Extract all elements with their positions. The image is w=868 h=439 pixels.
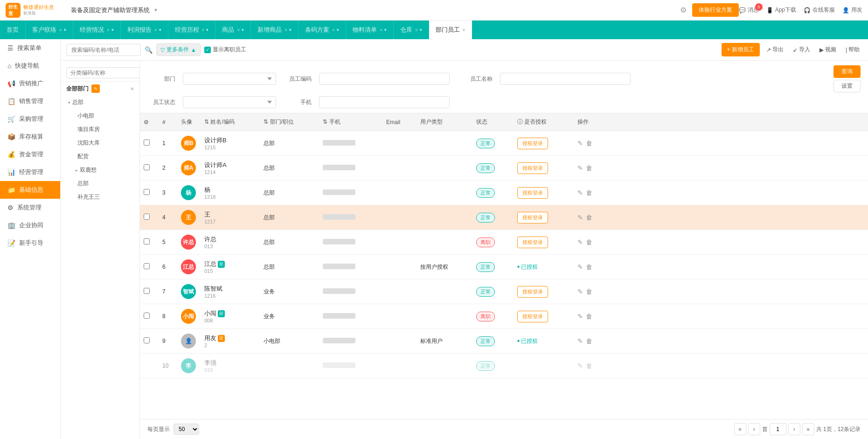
row-checkbox[interactable] <box>144 337 150 343</box>
user-btn[interactable]: 👤 用友 <box>842 6 862 14</box>
delete-icon[interactable]: 🗑 <box>586 362 592 369</box>
auth-login-btn[interactable]: 授权登录 <box>517 237 548 248</box>
nav-tab-经营情况[interactable]: 经营情况×▾ <box>73 21 121 39</box>
edit-icon[interactable]: ✎ <box>577 238 583 246</box>
emp-name-input[interactable] <box>500 73 631 85</box>
help-btn[interactable]: | 帮助 <box>843 44 862 56</box>
resigned-checkbox[interactable]: ✓ <box>204 47 211 53</box>
tab-close-icon[interactable]: × <box>59 28 62 33</box>
tab-close-icon[interactable]: × <box>380 28 382 33</box>
delete-icon[interactable]: 🗑 <box>586 164 592 172</box>
delete-icon[interactable]: 🗑 <box>586 288 592 295</box>
nav-tab-利润报告[interactable]: 利润报告×▾ <box>121 21 168 39</box>
auth-login-btn[interactable]: 授权登录 <box>517 311 548 322</box>
sidebar-item-search[interactable]: ☰搜索菜单 <box>0 39 60 57</box>
tab-close-icon[interactable]: × <box>463 28 465 33</box>
nav-tab-商品[interactable]: 商品×▾ <box>215 21 251 39</box>
tab-close-icon[interactable]: × <box>202 28 205 33</box>
row-checkbox[interactable] <box>144 313 150 319</box>
sidebar-item-purchase[interactable]: 🛒采购管理 <box>0 110 60 128</box>
delete-icon[interactable]: 🗑 <box>586 238 592 246</box>
more-filter-btn[interactable]: ▽ 更多条件 ▲ <box>156 43 201 56</box>
edit-icon[interactable]: ✎ <box>577 189 583 196</box>
view-btn[interactable]: ▶ 视频 <box>817 44 839 56</box>
tab-close-icon[interactable]: × <box>285 28 287 33</box>
emp-code-input[interactable] <box>319 73 450 85</box>
gear-button[interactable]: ⚙ <box>678 4 688 16</box>
dept-item-xiangmu[interactable]: 项目库房 <box>61 123 139 136</box>
edit-icon[interactable]: ✎ <box>577 214 583 221</box>
th-dept[interactable]: ⇅ 部门/职位 <box>260 113 319 131</box>
delete-icon[interactable]: 🗑 <box>586 337 592 345</box>
tab-close-icon[interactable]: × <box>237 28 240 33</box>
tab-close-icon[interactable]: × <box>107 28 110 33</box>
dept-collapse-btn[interactable]: « <box>131 85 134 92</box>
sidebar-item-quicknav[interactable]: ⌂快捷导航 <box>0 57 60 75</box>
delete-icon[interactable]: 🗑 <box>586 189 592 196</box>
dept-edit-icon[interactable]: ✎ <box>91 84 100 93</box>
search-button[interactable]: 🔍 <box>145 46 153 54</box>
edit-icon[interactable]: ✎ <box>577 313 583 320</box>
delete-icon[interactable]: 🗑 <box>586 139 592 147</box>
row-checkbox[interactable] <box>144 263 150 269</box>
search-input[interactable] <box>66 44 141 56</box>
dept-item-zongbu[interactable]: ▾ 总部 <box>61 96 139 109</box>
sidebar-item-basic[interactable]: 📁基础信息 <box>0 181 60 199</box>
dept-item-puma[interactable]: 补充王三 <box>61 190 139 204</box>
next-page-btn[interactable]: › <box>788 423 800 435</box>
status-filter-select[interactable] <box>183 96 276 108</box>
last-page-btn[interactable]: » <box>802 423 814 435</box>
prev-page-btn[interactable]: ‹ <box>748 423 760 435</box>
first-page-btn[interactable]: « <box>734 423 746 435</box>
add-employee-btn[interactable]: + 新增员工 <box>722 43 760 56</box>
sidebar-item-inventory[interactable]: 📦库存核算 <box>0 128 60 146</box>
tab-close-icon[interactable]: × <box>332 28 335 33</box>
sidebar-item-operations[interactable]: 📊经营管理 <box>0 163 60 181</box>
delete-icon[interactable]: 🗑 <box>586 214 592 221</box>
sidebar-item-enterprise[interactable]: 🏢企业协同 <box>0 216 60 234</box>
try-btn[interactable]: 体验行业方案 <box>692 3 739 17</box>
nav-tab-仓库[interactable]: 仓库×▾ <box>394 21 429 39</box>
page-input[interactable] <box>770 423 786 435</box>
export-btn[interactable]: ↗ 导出 <box>764 44 786 56</box>
edit-icon[interactable]: ✎ <box>577 164 583 172</box>
system-dropdown-arrow[interactable]: ▼ <box>153 7 158 13</box>
edit-icon[interactable]: ✎ <box>577 139 583 147</box>
row-checkbox[interactable] <box>144 238 150 244</box>
row-checkbox[interactable] <box>144 214 150 220</box>
dept-item-shuanglu[interactable]: ▸ 双鹿想 <box>61 163 139 177</box>
nav-tab-首页[interactable]: 首页 <box>0 21 26 39</box>
th-settings[interactable]: ⚙ <box>140 113 159 131</box>
sidebar-item-guide[interactable]: 📝新手引导 <box>0 234 60 252</box>
tab-close-icon[interactable]: × <box>154 28 157 33</box>
query-btn[interactable]: 查询 <box>833 65 861 78</box>
sidebar-item-marketing[interactable]: 📢营销推广 <box>0 75 60 92</box>
nav-tab-物料清单[interactable]: 物料清单×▾ <box>346 21 394 39</box>
dept-item-zongbu2[interactable]: 总部 <box>61 177 139 190</box>
auth-login-btn[interactable]: 授权登录 <box>517 286 548 298</box>
th-phone[interactable]: ⇅ 手机 <box>319 113 382 131</box>
sidebar-item-finance[interactable]: 💰资金管理 <box>0 146 60 163</box>
sidebar-item-system[interactable]: ⚙系统管理 <box>0 199 60 216</box>
nav-tab-条码方案[interactable]: 条码方案×▾ <box>299 21 346 39</box>
sidebar-item-sales[interactable]: 📋销售管理 <box>0 92 60 110</box>
row-checkbox[interactable] <box>144 164 150 170</box>
dept-filter-select[interactable] <box>183 73 276 85</box>
dept-item-shenyang[interactable]: 沈阳大库 <box>61 136 139 150</box>
dept-search-input[interactable] <box>66 67 140 78</box>
row-checkbox[interactable] <box>144 288 150 294</box>
app-download-btn[interactable]: 📱 App下载 <box>766 6 796 14</box>
auth-login-btn[interactable]: 授权登录 <box>517 187 548 199</box>
edit-icon[interactable]: ✎ <box>577 337 583 345</box>
row-checkbox[interactable] <box>144 189 150 195</box>
auth-login-btn[interactable]: 授权登录 <box>517 212 548 223</box>
import-btn[interactable]: ↙ 导入 <box>790 44 813 56</box>
nav-tab-部门员工[interactable]: 部门员工× <box>429 21 472 39</box>
nav-tab-经营历程[interactable]: 经营历程×▾ <box>168 21 216 39</box>
edit-icon[interactable]: ✎ <box>577 362 583 369</box>
row-checkbox[interactable] <box>144 139 150 146</box>
delete-icon[interactable]: 🗑 <box>586 263 592 271</box>
nav-tab-新增商品[interactable]: 新增商品×▾ <box>251 21 299 39</box>
online-service-btn[interactable]: 🎧 在线客服 <box>804 6 835 14</box>
phone-input[interactable] <box>319 96 450 108</box>
